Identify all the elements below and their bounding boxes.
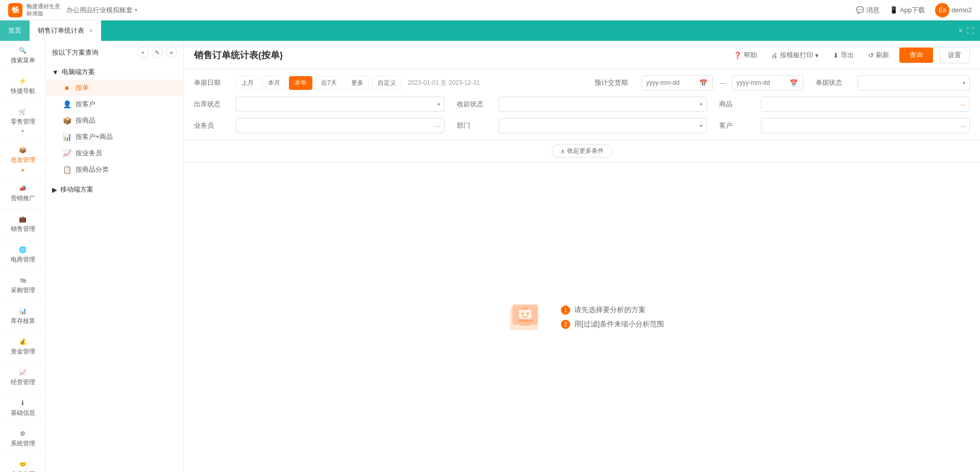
finance-icon: 💰 (19, 338, 27, 345)
basic-icon: ℹ (21, 399, 24, 407)
shipment-status-select-wrap: ▾ (236, 97, 445, 112)
sidebar-item-purchase[interactable]: 🛍 采购管理 (0, 271, 45, 301)
scheme-by-customer[interactable]: 👤 按客户 (46, 96, 183, 112)
sidebar-item-basic[interactable]: ℹ 基础信息 (0, 393, 45, 424)
salesman-input[interactable] (236, 118, 445, 133)
tab-home[interactable]: 首页 (0, 20, 30, 41)
user-avatar: Ea (935, 3, 949, 17)
date-btn-custom[interactable]: 自定义 (372, 76, 402, 90)
template-print-button[interactable]: 🖨 按模板打印 ▾ (767, 49, 823, 62)
help-button[interactable]: ❓ 帮助 (729, 49, 761, 62)
edit-scheme-button[interactable]: ✎ (152, 47, 163, 58)
refresh-button[interactable]: ↺ 刷新 (864, 49, 893, 62)
report-title: 销售订单统计表(按单) (194, 49, 283, 61)
window-expand-icon[interactable]: ⛶ (967, 27, 974, 35)
payment-status-label: 收款状态 (457, 100, 493, 109)
template-print-icon: 🖨 (771, 52, 778, 59)
collapse-panel-button[interactable]: « (166, 47, 177, 58)
sidebar-item-inventory[interactable]: 📊 库存核算 (0, 301, 45, 332)
sidebar-label-operation: 经营管理 (11, 378, 35, 387)
top-bar-left: 畅 畅捷通好生意 标准版 办公用品行业模拟账套 ▾ (8, 3, 137, 17)
expected-delivery-end-input[interactable] (737, 79, 788, 86)
scheme-by-goods[interactable]: 📦 按商品 (46, 112, 183, 129)
salesman-label: 业务员 (194, 121, 230, 130)
sidebar-item-operation[interactable]: 📈 经营管理 (0, 363, 45, 393)
status-label: 单据状态 (816, 78, 851, 87)
sidebar-item-retail[interactable]: 🛒 零售管理 ▾ (0, 102, 45, 140)
empty-tip-1: 1 请先选择要分析的方案 (561, 305, 664, 315)
logo-text: 畅捷通好生意 标准版 (27, 3, 60, 16)
sidebar-item-marketing[interactable]: 📣 营销推广 (0, 179, 45, 209)
sidebar-label-retail: 零售管理 (11, 117, 35, 126)
message-button[interactable]: 💬 消息 (856, 6, 879, 15)
sidebar-item-enterprise[interactable]: 🤝 企业协同 (0, 455, 45, 472)
calendar-icon-1: 📅 (699, 79, 707, 87)
filter-panel-header-actions: + ✎ « (137, 47, 177, 58)
svg-point-7 (527, 313, 529, 315)
scheme-by-salesman[interactable]: 📈 按业务员 (46, 145, 183, 161)
empty-state: 1 请先选择要分析的方案 2 用[过滤]条件来缩小分析范围 (184, 162, 980, 472)
empty-state-content: 1 请先选择要分析的方案 2 用[过滤]条件来缩小分析范围 (500, 292, 664, 343)
dept-label: 部门 (457, 121, 493, 130)
scheme-by-goods-icon: 📦 (62, 116, 71, 125)
customer-more-icon[interactable]: ··· (960, 122, 966, 130)
tip-text-2: 用[过滤]条件来缩小分析范围 (574, 320, 664, 329)
logo-icon: 畅 (8, 3, 22, 17)
sidebar-label-purchase: 采购管理 (11, 286, 35, 295)
expected-delivery-start-input[interactable] (646, 79, 697, 86)
refresh-icon: ↺ (868, 52, 874, 59)
query-button[interactable]: 查询 (899, 48, 933, 63)
scheme-by-customer-goods[interactable]: 📊 按客户+商品 (46, 129, 183, 145)
customer-input[interactable] (761, 118, 970, 133)
sidebar-quicknav[interactable]: ⚡ 快捷导航 (0, 72, 45, 102)
window-close-icon[interactable]: × (959, 27, 963, 35)
sidebar-item-finance[interactable]: 💰 资金管理 (0, 332, 45, 363)
shipment-status-select[interactable] (236, 97, 445, 112)
scheme-by-customer-icon: 👤 (62, 100, 71, 108)
help-label: 帮助 (744, 51, 757, 60)
collapse-icon: ∧ (560, 148, 565, 155)
search-icon: 🔍 (19, 47, 27, 54)
scheme-by-category[interactable]: 📋 按商品分类 (46, 161, 183, 178)
mobile-section-title[interactable]: ▶ 移动端方案 (46, 182, 183, 197)
app-title[interactable]: 办公用品行业模拟账套 ▾ (66, 6, 137, 15)
sidebar-item-sales[interactable]: 💼 销售管理 (0, 209, 45, 240)
collapse-label: 收起更多条件 (567, 147, 604, 155)
salesman-more-icon[interactable]: ··· (435, 122, 440, 130)
tab-sales-order-stats[interactable]: 销售订单统计表 × (30, 20, 101, 41)
sidebar-item-system[interactable]: ⚙ 系统管理 (0, 424, 45, 455)
tab-bar: 首页 销售订单统计表 × × ⛶ (0, 20, 980, 41)
sidebar: 🔍 搜索菜单 ⚡ 快捷导航 🛒 零售管理 ▾ 📦 批发管理 ▴ 📣 营销推广 💼… (0, 41, 46, 472)
date-btn-last7days[interactable]: 近7天 (315, 76, 342, 90)
empty-state-img (500, 292, 551, 343)
filter-panel-header: 按以下方案查询 + ✎ « (46, 47, 183, 62)
date-btn-last-month[interactable]: 上月 (236, 76, 259, 90)
collapse-more-btn[interactable]: ∧ 收起更多条件 (184, 140, 980, 162)
goods-input[interactable] (761, 97, 970, 112)
dept-select-wrap: ▾ (499, 118, 707, 133)
goods-more-icon[interactable]: ··· (960, 101, 966, 108)
status-select-wrap: ▾ (857, 75, 970, 90)
date-btn-more[interactable]: 更多 (346, 76, 369, 90)
settings-button[interactable]: 设置 (939, 47, 970, 63)
sidebar-search[interactable]: 🔍 搜索菜单 (0, 41, 45, 72)
add-scheme-button[interactable]: + (137, 47, 149, 58)
export-button[interactable]: ⬇ 导出 (829, 49, 858, 62)
tab-close-icon[interactable]: × (89, 27, 93, 34)
dept-select[interactable] (499, 118, 707, 133)
scheme-by-goods-label: 按商品 (76, 116, 95, 125)
expected-delivery-start[interactable]: 📅 (642, 75, 713, 90)
user-profile[interactable]: Ea demo2 (935, 3, 972, 17)
calendar-icon-2: 📅 (790, 79, 798, 87)
date-btn-this-month[interactable]: 本月 (262, 76, 286, 90)
sidebar-item-ecommerce[interactable]: 🌐 电商管理 (0, 240, 45, 271)
sidebar-item-wholesale[interactable]: 📦 批发管理 ▴ (0, 140, 45, 179)
expected-delivery-end[interactable]: 📅 (732, 75, 803, 90)
date-separator: — (719, 79, 726, 87)
pc-section-title[interactable]: ▼ 电脑端方案 (46, 64, 183, 80)
status-select[interactable] (857, 75, 970, 90)
scheme-by-order[interactable]: ● 按单 (46, 80, 183, 96)
payment-status-select[interactable] (499, 97, 707, 112)
app-download-button[interactable]: 📱 App下载 (890, 6, 925, 15)
date-btn-this-year[interactable]: 本年 (289, 76, 312, 90)
